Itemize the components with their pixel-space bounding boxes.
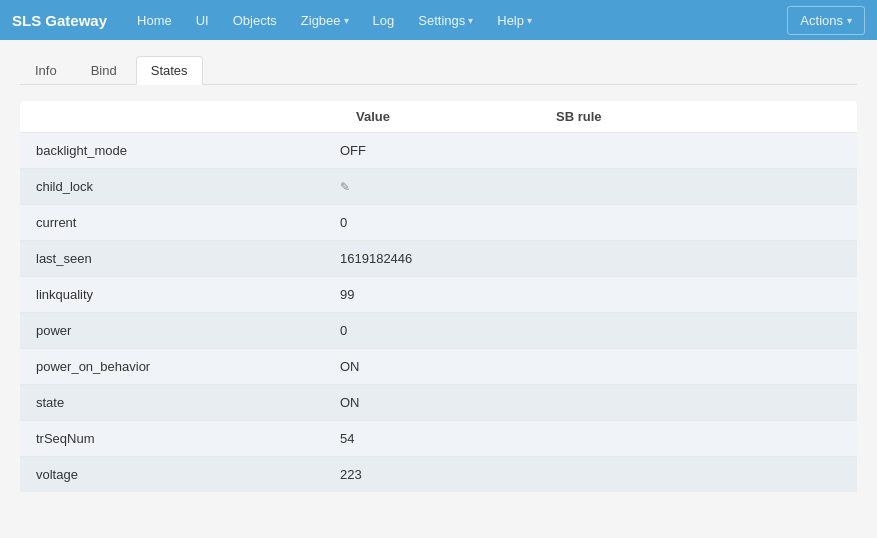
table-row: trSeqNum54 (20, 420, 857, 456)
nav-settings[interactable]: Settings ▾ (408, 5, 483, 36)
table-row: stateON (20, 384, 857, 420)
col-name (36, 109, 356, 124)
nav-ui[interactable]: UI (186, 5, 219, 36)
main-content: Info Bind States Value SB rule backlight… (0, 40, 877, 508)
edit-icon[interactable]: ✎ (340, 180, 350, 194)
tab-info[interactable]: Info (20, 56, 72, 85)
table-row: power0 (20, 312, 857, 348)
cell-property-value: 54 (340, 421, 540, 456)
table-row: current0 (20, 204, 857, 240)
cell-property-name: last_seen (20, 241, 340, 276)
nav-home[interactable]: Home (127, 5, 182, 36)
brand: SLS Gateway (12, 12, 107, 29)
nav-zigbee[interactable]: Zigbee ▾ (291, 5, 359, 36)
tab-bind[interactable]: Bind (76, 56, 132, 85)
nav-zigbee-label: Zigbee (301, 13, 341, 28)
cell-property-name: backlight_mode (20, 133, 340, 168)
table-row: last_seen1619182446 (20, 240, 857, 276)
cell-property-value: 0 (340, 205, 540, 240)
col-value: Value (356, 109, 556, 124)
cell-property-value: 99 (340, 277, 540, 312)
cell-sbrule-value (540, 241, 857, 276)
nav-log[interactable]: Log (363, 5, 405, 36)
cell-sbrule-value (540, 349, 857, 384)
cell-property-value: ✎ (340, 169, 540, 204)
cell-property-name: linkquality (20, 277, 340, 312)
tab-states[interactable]: States (136, 56, 203, 85)
cell-sbrule-value (540, 457, 857, 492)
zigbee-dropdown-icon: ▾ (344, 15, 349, 26)
cell-property-name: trSeqNum (20, 421, 340, 456)
cell-property-value: 0 (340, 313, 540, 348)
nav-objects[interactable]: Objects (223, 5, 287, 36)
navbar: SLS Gateway Home UI Objects Zigbee ▾ Log… (0, 0, 877, 40)
actions-label: Actions (800, 13, 843, 28)
nav-help[interactable]: Help ▾ (487, 5, 542, 36)
cell-property-value: OFF (340, 133, 540, 168)
cell-property-value: ON (340, 349, 540, 384)
help-dropdown-icon: ▾ (527, 15, 532, 26)
cell-sbrule-value (540, 313, 857, 348)
col-sbrule: SB rule (556, 109, 841, 124)
table-row: child_lock✎ (20, 168, 857, 204)
states-table: Value SB rule backlight_modeOFFchild_loc… (20, 101, 857, 492)
nav-objects-label: Objects (233, 13, 277, 28)
cell-property-name: current (20, 205, 340, 240)
cell-property-name: power_on_behavior (20, 349, 340, 384)
nav-log-label: Log (373, 13, 395, 28)
table-row: voltage223 (20, 456, 857, 492)
table-row: backlight_modeOFF (20, 132, 857, 168)
cell-property-name: state (20, 385, 340, 420)
cell-sbrule-value (540, 133, 857, 168)
nav-items: Home UI Objects Zigbee ▾ Log Settings ▾ … (127, 5, 787, 36)
cell-property-name: child_lock (20, 169, 340, 204)
nav-help-label: Help (497, 13, 524, 28)
actions-dropdown-icon: ▾ (847, 15, 852, 26)
navbar-right: Actions ▾ (787, 6, 865, 35)
table-row: linkquality99 (20, 276, 857, 312)
actions-button[interactable]: Actions ▾ (787, 6, 865, 35)
cell-sbrule-value (540, 385, 857, 420)
cell-sbrule-value (540, 169, 857, 204)
cell-sbrule-value (540, 421, 857, 456)
tabs: Info Bind States (20, 56, 857, 85)
cell-sbrule-value (540, 277, 857, 312)
nav-home-label: Home (137, 13, 172, 28)
settings-dropdown-icon: ▾ (468, 15, 473, 26)
cell-property-value: 1619182446 (340, 241, 540, 276)
cell-property-value: ON (340, 385, 540, 420)
cell-property-value: 223 (340, 457, 540, 492)
table-header: Value SB rule (20, 101, 857, 132)
cell-property-name: power (20, 313, 340, 348)
cell-sbrule-value (540, 205, 857, 240)
cell-property-name: voltage (20, 457, 340, 492)
nav-settings-label: Settings (418, 13, 465, 28)
table-row: power_on_behaviorON (20, 348, 857, 384)
nav-ui-label: UI (196, 13, 209, 28)
table-body: backlight_modeOFFchild_lock✎current0last… (20, 132, 857, 492)
